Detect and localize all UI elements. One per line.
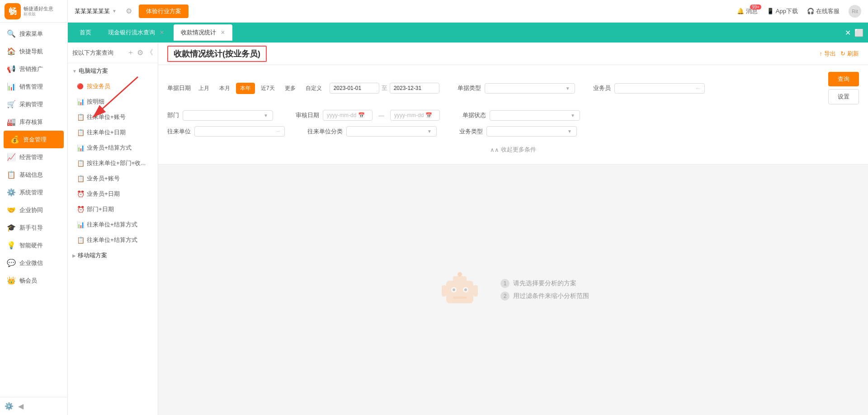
svg-rect-4 — [473, 285, 478, 297]
tree-item-by-salesperson-account[interactable]: 📋 业务员+账号 — [72, 171, 158, 186]
date-from-input[interactable]: 2023-01-01 — [330, 83, 379, 94]
review-date-from[interactable]: yyyy-mm-dd 📅 — [323, 110, 373, 121]
refresh-btn[interactable]: ↻ 刷新 — [840, 50, 859, 58]
dept-select[interactable]: ▼ — [183, 110, 273, 121]
voucher-type-select[interactable]: ▼ — [485, 83, 575, 94]
sidebar-item-shortcut[interactable]: 🏠 快捷导航 — [0, 42, 67, 60]
mobile-section[interactable]: ▶ 移动端方案 — [68, 248, 158, 263]
tree-item-by-unit-account[interactable]: 📋 往来单位+账号 — [72, 109, 158, 125]
collapse-more-btn[interactable]: ∧∧ 收起更多条件 — [167, 142, 859, 157]
calendar-from-icon[interactable]: 📅 — [358, 112, 365, 118]
message-btn[interactable]: 🔔 消息 99+ — [737, 7, 758, 15]
online-service-btn[interactable]: 🎧 在线客服 — [807, 7, 840, 15]
settings-gear-icon[interactable]: ⚙ — [126, 7, 132, 15]
tab-collection[interactable]: 收款情况统计 ✕ — [174, 24, 232, 41]
sidebar-item-system[interactable]: ⚙️ 系统管理 — [0, 184, 67, 201]
filter-area: 单据日期 上月 本月 本年 近7天 更多 自定义 2023-01-01 — [158, 65, 868, 165]
svg-rect-0 — [446, 281, 473, 303]
tab-bank-close-icon[interactable]: ✕ — [160, 29, 164, 36]
enterprise-nav-icon: 🤝 — [7, 206, 16, 214]
voucher-status-select[interactable]: ▼ — [490, 110, 580, 121]
sidebar-item-guide[interactable]: 🎓 新手引导 — [0, 219, 67, 236]
sidebar-item-marketing[interactable]: 📢 营销推广 — [0, 60, 67, 78]
tree-item-by-salesperson-date[interactable]: ⏰ 业务员+日期 — [72, 186, 158, 202]
tree-item-by-detail[interactable]: 📊 按明细 — [72, 94, 158, 109]
salesperson-more-icon: ··· — [696, 86, 699, 91]
empty-tips: 1 请先选择要分析的方案 2 用过滤条件来缩小分析范围 — [500, 279, 589, 301]
salesperson-select[interactable]: ··· — [614, 83, 705, 94]
hardware-nav-icon: 💡 — [7, 241, 16, 250]
tab-bank[interactable]: 现金银行流水查询 ✕ — [101, 24, 171, 41]
settings-bottom-icon[interactable]: ⚙️ — [5, 402, 14, 410]
left-panel: 按以下方案查询 ＋ ⚙ 《 ▼ 电脑端方案 🔴 按业务员 📊 按明细 — [68, 42, 158, 415]
tree-item-by-unit-settle2[interactable]: 📋 往来单位+结算方式 — [72, 232, 158, 248]
desktop-section[interactable]: ▼ 电脑端方案 — [68, 63, 158, 79]
date-btn-7days[interactable]: 近7天 — [257, 83, 279, 94]
sidebar-item-sales[interactable]: 📊 销售管理 — [0, 78, 67, 95]
export-btn[interactable]: ↑ 导出 — [820, 50, 836, 58]
add-scheme-btn[interactable]: ＋ — [127, 48, 134, 57]
partner-category-select[interactable]: ▼ — [346, 126, 437, 137]
filter-partner: 往来单位 ··· — [167, 126, 285, 137]
sidebar-item-basic[interactable]: 📋 基础信息 — [0, 166, 67, 184]
tree-item-by-salesperson-settle[interactable]: 📊 业务员+结算方式 — [72, 140, 158, 156]
review-date-to[interactable]: yyyy-mm-dd 📅 — [390, 110, 440, 121]
by-salesperson-date-icon: ⏰ — [77, 190, 84, 198]
tree-item-by-unit-dept-collect[interactable]: 📋 按往来单位+部门+收... — [72, 156, 158, 171]
date-to-input[interactable]: 2023-12-31 — [390, 83, 439, 94]
window-maximize-icon[interactable]: ⬜ — [854, 28, 863, 37]
date-btn-last-month[interactable]: 上月 — [194, 83, 213, 94]
basic-nav-icon: 📋 — [7, 170, 16, 179]
sidebar-item-enterprise[interactable]: 🤝 企业协同 — [0, 201, 67, 219]
headset-icon: 🎧 — [807, 8, 814, 14]
sidebar-item-operation[interactable]: 📈 经营管理 — [0, 148, 67, 166]
guide-nav-icon: 🎓 — [7, 223, 16, 232]
marketing-nav-icon: 📢 — [7, 65, 16, 73]
collapse-icon: ∧∧ — [490, 146, 499, 153]
sidebar-item-hardware[interactable]: 💡 智能硬件 — [0, 236, 67, 254]
biz-type-select[interactable]: ▼ — [486, 126, 577, 137]
calendar-to-icon[interactable]: 📅 — [425, 112, 432, 118]
date-btn-more[interactable]: 更多 — [281, 83, 300, 94]
sidebar-item-member[interactable]: 👑 畅会员 — [0, 272, 67, 289]
by-salesperson-account-icon: 📋 — [77, 175, 84, 182]
partner-select[interactable]: ··· — [194, 126, 285, 137]
header-user[interactable]: 某某某某某某 ▼ — [75, 7, 117, 15]
tip-num-2: 2 — [500, 292, 509, 301]
scheme-settings-icon[interactable]: ⚙ — [137, 48, 143, 57]
empty-state-container: 1 请先选择要分析的方案 2 用过滤条件来缩小分析范围 — [437, 267, 589, 312]
collapse-panel-icon[interactable]: 《 — [146, 48, 153, 57]
tree-item-by-unit-date[interactable]: 📋 往来单位+日期 — [72, 125, 158, 140]
page-content: 按以下方案查询 ＋ ⚙ 《 ▼ 电脑端方案 🔴 按业务员 📊 按明细 — [68, 42, 868, 415]
by-unit-date-icon: 📋 — [77, 129, 84, 136]
tree-item-by-dept-date[interactable]: ⏰ 部门+日期 — [72, 202, 158, 217]
sidebar-item-wechat[interactable]: 💬 企业微信 — [0, 254, 67, 272]
voucher-type-label: 单据类型 — [458, 84, 481, 92]
collapse-sidebar-icon[interactable]: ◀ — [18, 402, 24, 410]
by-salesperson-settle-icon: 📊 — [77, 144, 84, 151]
partner-category-chevron-icon: ▼ — [427, 129, 432, 134]
tree-item-by-salesperson[interactable]: 🔴 按业务员 — [72, 79, 158, 94]
sidebar-item-purchase[interactable]: 🛒 采购管理 — [0, 95, 67, 113]
refresh-icon: ↻ — [840, 50, 845, 57]
tree-item-by-unit-settle1[interactable]: 📊 往来单位+结算方式 — [72, 217, 158, 232]
filter-voucher-status: 单据状态 ▼ — [462, 110, 580, 121]
trial-btn[interactable]: 体验行业方案 — [139, 5, 189, 18]
tab-collection-close-icon[interactable]: ✕ — [221, 29, 225, 36]
tab-home[interactable]: 首页 — [72, 24, 99, 41]
date-btn-this-month[interactable]: 本月 — [215, 83, 234, 94]
sidebar-item-capital[interactable]: 💰 资金管理 — [4, 131, 64, 148]
window-close-icon[interactable]: ✕ — [845, 28, 851, 37]
mobile-icon: 📱 — [767, 8, 774, 14]
biz-type-label: 业务类型 — [459, 127, 483, 136]
query-btn[interactable]: 查询 — [828, 72, 859, 86]
page-header-actions: ↑ 导出 ↻ 刷新 — [820, 50, 859, 58]
app-download-btn[interactable]: 📱 App下载 — [767, 7, 798, 15]
sidebar-item-search[interactable]: 🔍 搜索菜单 — [0, 25, 67, 42]
date-btn-this-year[interactable]: 本年 — [236, 83, 255, 94]
settings-btn[interactable]: 设置 — [828, 89, 859, 104]
sidebar-item-inventory[interactable]: 🏭 库存核算 — [0, 113, 67, 131]
export-icon: ↑ — [820, 50, 823, 57]
date-btn-custom[interactable]: 自定义 — [302, 83, 326, 94]
avatar[interactable]: Rit — [849, 5, 861, 18]
